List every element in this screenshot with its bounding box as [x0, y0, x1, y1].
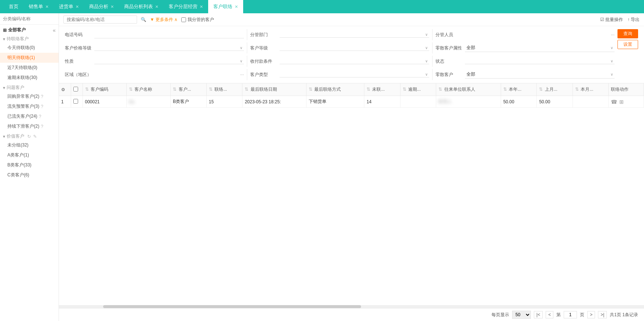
sidebar-item-overdue[interactable]: 逾期未联络(30) [0, 73, 59, 83]
sort-icon-3[interactable]: ⇅ [173, 87, 176, 92]
next-page-btn[interactable]: > [587, 311, 595, 318]
sidebar-item-ungrouped[interactable]: 未分组(32) [0, 140, 59, 150]
person-dots-btn[interactable]: ··· [611, 32, 615, 37]
more-action-icon[interactable]: ⊞ [619, 99, 624, 105]
arrow-down-icon-2: ▾ [3, 85, 5, 90]
nav-customer-contact-close[interactable]: ✕ [235, 4, 238, 9]
sort-icon-4[interactable]: ⇅ [209, 87, 213, 92]
all-customers-section: ⊞ 全部客户 « [0, 25, 59, 34]
nav-product-analysis-close[interactable]: ✕ [111, 4, 114, 9]
sidebar-item-7days[interactable]: 近7天待联络(0) [0, 63, 59, 73]
per-page-select[interactable]: 50 100 200 [512, 311, 531, 319]
sort-icon-11[interactable]: ⇅ [539, 87, 543, 92]
divider-4 [432, 42, 433, 54]
page-number-input[interactable] [564, 311, 577, 318]
sidebar-item-declining[interactable]: 持续下滑客户(2) ? [0, 121, 59, 131]
col-actions: 联络动作 [609, 83, 644, 96]
dept-select[interactable]: ∨ [280, 32, 429, 38]
nav-purchase[interactable]: 进货单 ✕ [54, 0, 84, 13]
nav-customer-tier-close[interactable]: ✕ [200, 4, 203, 9]
phone-input[interactable] [94, 31, 244, 38]
nature-select[interactable]: ∨ [94, 58, 244, 64]
sidebar-group-pending[interactable]: ▾ 待联络客户 [0, 34, 59, 43]
search-input[interactable] [63, 15, 137, 24]
col-this-year: ⇅ 本年... [501, 83, 537, 96]
prev-page-btn[interactable]: < [546, 311, 553, 318]
nav-sales[interactable]: 销售单 ✕ [24, 0, 54, 13]
first-page-btn[interactable]: |< [534, 311, 543, 318]
status-select[interactable]: ∨ [465, 58, 615, 64]
cell-last-contact-method: 下销货单 [307, 96, 364, 108]
nav-home[interactable]: 首页 [4, 0, 24, 13]
nav-customer-contact[interactable]: 客户联络 ✕ [208, 0, 243, 13]
divider-2 [432, 29, 433, 40]
top-navigation: 首页 销售单 ✕ 进货单 ✕ 商品分析 ✕ 商品分析列表 ✕ 客户分层经营 ✕ … [0, 0, 644, 13]
sidebar-item-class-c[interactable]: C类客户(6) [0, 170, 59, 180]
filter-field-retail-attr: 零散客户属性 全部 ∨ [435, 44, 615, 52]
sidebar-item-class-a[interactable]: A类客户(1) [0, 150, 59, 160]
select-all-checkbox[interactable] [73, 87, 78, 92]
sidebar-item-churned[interactable]: 已流失客户(24) ? [0, 111, 59, 121]
query-button[interactable]: 查询 [617, 29, 638, 38]
nav-customer-tier[interactable]: 客户分层经营 ✕ [164, 0, 208, 13]
arrow-down-icon: ▾ [3, 37, 5, 42]
sidebar-item-churn-warning[interactable]: 流失预警客户(3) ? [0, 101, 59, 111]
sidebar-item-tomorrow[interactable]: 明天待联络(1) [0, 53, 59, 63]
help-icon-3[interactable]: ? [39, 114, 41, 119]
more-conditions-btn[interactable]: ▼ 更多条件 ∧ [150, 17, 178, 23]
refresh-icon[interactable]: ↻ [27, 134, 31, 139]
retail-attr-select[interactable]: 全部 ∨ [465, 44, 615, 52]
my-customers-checkbox-label[interactable]: 我分管的客户 [181, 17, 214, 23]
my-customers-checkbox[interactable] [181, 17, 186, 22]
filter-field-retail-customer: 零散客户 全部 ∨ [435, 70, 615, 79]
sidebar-item-today[interactable]: 今天待联络(0) [0, 43, 59, 53]
sidebar-group-problem[interactable]: ▾ 问题客户 [0, 83, 59, 92]
sort-icon-8[interactable]: ⇅ [403, 87, 406, 92]
horizontal-scrollbar[interactable] [59, 305, 644, 308]
page-suffix: 页 [580, 312, 584, 318]
sort-icon-2[interactable]: ⇅ [129, 87, 133, 92]
sidebar-search-input[interactable] [3, 16, 58, 21]
contact-action-icon[interactable]: ☎ [611, 99, 617, 105]
last-page-btn[interactable]: >| [598, 311, 607, 318]
retail-customer-select[interactable]: 全部 ∨ [465, 70, 615, 79]
scrollbar-thumb[interactable] [103, 305, 361, 308]
batch-op-btn[interactable]: ☑ 批量操作 [600, 17, 623, 23]
help-icon[interactable]: ? [41, 94, 43, 99]
customer-tier-select[interactable]: ∨ [280, 45, 429, 51]
sort-icon-12[interactable]: ⇅ [575, 87, 579, 92]
filter-row-1: 电话号码 分管部门 ∨ 分管人员 [65, 29, 615, 40]
nav-product-analysis-list[interactable]: 商品分析列表 ✕ [119, 0, 164, 13]
nav-sales-close[interactable]: ✕ [45, 4, 49, 9]
settings-button[interactable]: 设置 [617, 40, 638, 49]
sort-icon-10[interactable]: ⇅ [503, 87, 507, 92]
price-tier-select[interactable]: ∨ [94, 45, 244, 51]
col-not-contacted: ⇅ 未联... [364, 83, 400, 96]
help-icon-2[interactable]: ? [41, 104, 43, 109]
sidebar-collapse-icon[interactable]: « [53, 27, 56, 33]
nav-product-analysis-list-close[interactable]: ✕ [155, 4, 158, 9]
region-dots-btn[interactable]: ··· [240, 72, 244, 77]
help-icon-4[interactable]: ? [41, 124, 43, 129]
edit-icon[interactable]: ✎ [33, 134, 37, 139]
sidebar-item-class-b[interactable]: B类客户(33) [0, 160, 59, 170]
nav-purchase-close[interactable]: ✕ [76, 4, 79, 9]
sort-icon-7[interactable]: ⇅ [367, 87, 370, 92]
sort-icon-6[interactable]: ⇅ [309, 87, 312, 92]
sort-icon-5[interactable]: ⇅ [245, 87, 248, 92]
cell-last-contact-date: 2023-05-23 18:25: [242, 96, 307, 108]
sort-icon-9[interactable]: ⇅ [438, 87, 442, 92]
all-customers-title[interactable]: ⊞ 全部客户 [3, 27, 26, 33]
row-checkbox[interactable] [73, 99, 78, 104]
payment-select[interactable]: ∨ [280, 58, 429, 64]
contact-method-link[interactable]: 下销货单 [309, 99, 326, 104]
customer-type-select[interactable]: ∨ [280, 72, 429, 77]
search-btn-icon[interactable]: 🔍 [141, 17, 146, 22]
sort-icon[interactable]: ⇅ [85, 87, 89, 92]
export-btn[interactable]: ↑ 导出 [627, 17, 640, 23]
sidebar-group-value[interactable]: ▾ 价值客户 ↻ ✎ [0, 131, 59, 140]
col-last-contact-date: ⇅ 最后联络日期 [242, 83, 307, 96]
nav-product-analysis[interactable]: 商品分析 ✕ [84, 0, 119, 13]
settings-icon[interactable]: ⚙ [61, 87, 65, 92]
sidebar-item-repurchase-abnormal[interactable]: 回购异常客户(2) ? [0, 92, 59, 101]
